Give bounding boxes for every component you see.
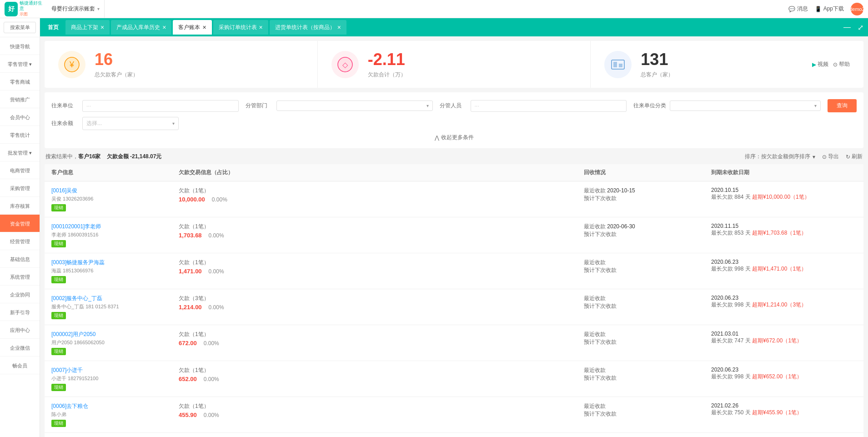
customer-phone-2: 李老师 18600391516 [51,231,179,238]
sidebar-item-app-center[interactable]: 应用中心 [0,321,40,339]
card-info-total: 131 总客户（家） [641,50,673,79]
filter-from-unit: 往来单位 ··· [51,100,239,112]
sidebar-item-marketing[interactable]: 营销推广 [0,90,40,108]
overdue-link-2[interactable]: 超期¥1,703.68（1笔） [752,230,807,236]
debt-cell-4: 欠款（3笔） 1,214.00 0.00% [179,295,584,311]
video-button[interactable]: ▶ 视频 [812,60,828,68]
debt-amount-2: 1,703.68 [179,232,202,239]
refresh-button[interactable]: ↻ 刷新 [846,153,863,161]
debt-amount-6: 652.00 [179,376,197,382]
overdue-link-5[interactable]: 超期¥672.00（1笔） [752,337,802,344]
sidebar-item-quick-nav[interactable]: 快捷导航 [0,37,40,55]
table-row: [000001]龚思源 龚思源 13552700226 现销 欠款（1笔） 42… [45,433,863,437]
recovery-cell-6: 最近收款 预计下次收款 [584,367,711,382]
export-button[interactable]: ⊙ 导出 [822,153,839,161]
debt-amount-3: 1,471.00 [179,268,202,275]
top-right-actions: 💬 消息 📱 App下载 demo2 [788,3,863,15]
tab-purchase-order-close[interactable]: × [259,24,263,31]
svg-text:¥: ¥ [69,60,75,69]
customer-cell-5: [000002]用户2050 用户2050 18665062050 现销 [51,331,179,355]
result-summary-text: 搜索结果中，客户16家 欠款金额 -21,148.07元 [45,153,161,161]
sidebar-item-operations[interactable]: 经营管理 [0,232,40,250]
video-icon: ▶ [812,61,816,68]
app-download-button[interactable]: 📱 App下载 [815,5,844,13]
customer-link-4[interactable]: [0002]服务中心_丁磊 [51,295,102,301]
dept-select[interactable]: ▾ [276,100,433,111]
sidebar-item-retail-stats[interactable]: 零售统计 [0,126,40,144]
sidebar-item-wechat[interactable]: 企业微信 [0,339,40,357]
sidebar-item-retail-mgmt[interactable]: 零售管理 ▾ [0,55,40,73]
collapse-button[interactable]: ⋀ 收起更多条件 [435,134,474,141]
overdue-link-6[interactable]: 超期¥652.00（1笔） [752,373,802,380]
customer-phone-5: 用户2050 18665062050 [51,339,179,346]
debt-ratio-7: 0.00% [204,412,219,418]
customer-link-7[interactable]: [0006]去下粮仓 [51,403,88,409]
data-table: 客户信息 欠款交易信息（占比） 回收情况 到期未收款日期 [0016]吴俊 吴俊… [45,164,863,437]
overdue-link-7[interactable]: 超期¥455.90（1笔） [752,409,802,416]
customer-tag-1: 现销 [51,204,66,211]
tab-home[interactable]: 首页 [42,20,64,35]
customer-link-6[interactable]: [0007]小迸千 [51,367,83,373]
sidebar-item-batch-mgmt[interactable]: 批发管理 ▾ [0,144,40,161]
result-actions: 排序：按欠款金额倒序排序 ▾ ⊙ 导出 ↻ 刷新 [745,153,863,161]
window-minimize-button[interactable]: — [841,23,853,32]
customer-link-5[interactable]: [000002]用户2050 [51,331,95,337]
tab-history[interactable]: 产成品入库单历史 × [111,20,171,35]
tab-products-close[interactable]: × [100,24,104,31]
total-debt-customers-label: 总欠款客户（家） [95,71,138,79]
sidebar-item-member[interactable]: 会员中心 [0,108,40,126]
industry-selector[interactable]: 母婴行业演示账套 ▾ [47,0,105,18]
filter-balance: 往来余额 选择... ▾ [51,117,179,130]
tab-products[interactable]: 商品上下架 × [65,20,110,35]
tab-history-close[interactable]: × [162,24,166,31]
table-row: [0003]畅捷服务尹海蕊 海蕊 18513066976 现销 欠款（1笔） 1… [45,253,863,289]
customer-phone-1: 吴俊 13026203696 [51,196,179,202]
result-info: 搜索结果中，客户16家 欠款金额 -21,148.07元 排序：按欠款金额倒序排… [45,153,863,161]
sidebar-item-retail-store[interactable]: 零售商城 [0,73,40,90]
help-button[interactable]: ⊙ 帮助 [833,60,850,68]
from-unit-input[interactable]: ··· [82,100,239,112]
sidebar-item-purchase[interactable]: 采购管理 [0,179,40,197]
logo-text: 畅捷通好生意 [20,0,45,11]
balance-label: 往来余额 [51,120,79,127]
recovery-cell-4: 最近收款 预计下次收款 [584,295,711,310]
customer-phone-6: 小迸千 18279152100 [51,375,179,382]
sort-selector[interactable]: 排序：按欠款金额倒序排序 ▾ [745,153,815,161]
card-icon-total [604,51,632,78]
sidebar-item-basic-info[interactable]: 基础信息 [0,250,40,268]
recovery-cell-3: 最近收款 预计下次收款 [584,259,711,274]
unit-type-select[interactable]: ▾ [670,100,821,111]
sidebar-item-system[interactable]: 系统管理 [0,268,40,286]
sidebar-item-guide[interactable]: 新手引导 [0,303,40,321]
customer-link-1[interactable]: [0016]吴俊 [51,187,77,194]
tab-inventory-stats-close[interactable]: × [337,24,341,31]
table-row: [0001020001]李老师 李老师 18600391516 现销 欠款（1笔… [45,217,863,253]
debt-amount-5: 672.00 [179,340,197,347]
sidebar-item-enterprise[interactable]: 企业协同 [0,286,40,303]
debt-amount-7: 455.90 [179,412,197,418]
sidebar-item-inventory[interactable]: 库存核算 [0,197,40,215]
debt-cell-2: 欠款（1笔） 1,703.68 0.00% [179,223,584,239]
overdue-link-1[interactable]: 超期¥10,000.00（1笔） [752,194,810,200]
tab-inventory-stats[interactable]: 进货单统计表（按商品） × [270,20,346,35]
balance-select[interactable]: 选择... ▾ [82,117,179,130]
user-avatar[interactable]: demo2 [851,3,863,15]
overdue-link-3[interactable]: 超期¥1,471.00（1笔） [752,266,807,272]
customer-tag-5: 现销 [51,348,66,355]
tab-customer-account-close[interactable]: × [202,24,206,31]
customer-link-3[interactable]: [0003]畅捷服务尹海蕊 [51,259,105,266]
sidebar-item-vip[interactable]: 畅会员 [0,357,40,374]
sidebar-item-finance[interactable]: 资金管理 [0,215,40,232]
search-menu-button[interactable]: 搜索菜单 [4,22,36,33]
overdue-cell-1: 2020.10.15 最长欠款 884 天 超期¥10,000.00（1笔） [711,187,857,201]
query-button[interactable]: 查询 [828,99,857,112]
manager-input[interactable]: ··· [471,100,627,112]
customer-link-2[interactable]: [0001020001]李老师 [51,223,101,230]
window-maximize-button[interactable]: ⤢ [855,23,866,32]
sidebar-item-ecommerce[interactable]: 电商管理 [0,161,40,179]
tab-customer-account[interactable]: 客户账本 × [173,20,211,35]
export-icon: ⊙ [822,154,827,160]
message-button[interactable]: 💬 消息 [788,5,808,13]
tab-purchase-order[interactable]: 采购订单统计表 × [213,20,268,35]
overdue-link-4[interactable]: 超期¥1,214.00（3笔） [752,301,807,308]
